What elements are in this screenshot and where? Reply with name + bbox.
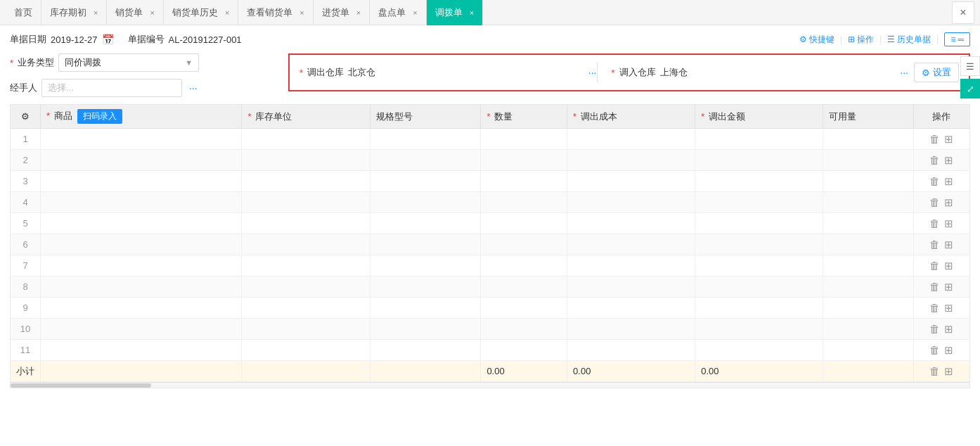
- copy-icon[interactable]: ⊞: [944, 323, 953, 336]
- cell-product[interactable]: [41, 129, 242, 150]
- cell-product[interactable]: [41, 171, 242, 192]
- cell-unit[interactable]: [242, 298, 370, 319]
- cell-product[interactable]: [41, 213, 242, 234]
- th-gear[interactable]: ⚙: [11, 105, 41, 129]
- cell-amount[interactable]: [695, 276, 823, 298]
- delete-icon[interactable]: 🗑: [929, 154, 940, 166]
- cell-spec[interactable]: [370, 192, 481, 213]
- cell-amount[interactable]: [695, 319, 823, 340]
- cell-spec[interactable]: [370, 213, 481, 234]
- delete-icon[interactable]: 🗑: [929, 196, 940, 208]
- cell-qty[interactable]: [481, 150, 567, 171]
- tab-stocktake-close[interactable]: ×: [413, 8, 417, 17]
- cell-cost[interactable]: [567, 340, 695, 361]
- cell-qty[interactable]: [481, 213, 567, 234]
- copy-icon[interactable]: ⊞: [944, 281, 953, 293]
- cell-amount[interactable]: [695, 340, 823, 361]
- cell-cost[interactable]: [567, 192, 695, 213]
- cell-unit[interactable]: [242, 276, 370, 298]
- cell-available[interactable]: [823, 255, 913, 276]
- copy-icon[interactable]: ⊞: [944, 260, 953, 272]
- copy-icon[interactable]: ⊞: [944, 238, 953, 251]
- cell-unit[interactable]: [242, 129, 370, 150]
- cell-unit[interactable]: [242, 171, 370, 192]
- cell-unit[interactable]: [242, 213, 370, 234]
- cell-product[interactable]: [41, 276, 242, 298]
- shortcut-button[interactable]: ⚙ 快捷键: [799, 34, 834, 46]
- cell-product[interactable]: [41, 192, 242, 213]
- tab-stocktake[interactable]: 盘点单 ×: [370, 0, 426, 25]
- cell-spec[interactable]: [370, 150, 481, 171]
- cell-cost[interactable]: [567, 150, 695, 171]
- copy-icon[interactable]: ⊞: [944, 175, 953, 188]
- warehouse-settings-button[interactable]: ⚙ 设置: [914, 63, 959, 82]
- cell-cost[interactable]: [567, 276, 695, 298]
- cell-qty[interactable]: [481, 276, 567, 298]
- cell-qty[interactable]: [481, 319, 567, 340]
- cell-available[interactable]: [823, 129, 913, 150]
- subtotal-delete-icon[interactable]: 🗑: [929, 365, 940, 377]
- cell-product[interactable]: [41, 340, 242, 361]
- business-type-select[interactable]: 同价调拨 ▼: [58, 53, 199, 72]
- handler-select[interactable]: 选择...: [41, 79, 182, 97]
- delete-icon[interactable]: 🗑: [929, 260, 940, 272]
- copy-icon[interactable]: ⊞: [944, 133, 953, 146]
- cell-amount[interactable]: [695, 129, 823, 150]
- subtotal-copy-icon[interactable]: ⊞: [944, 365, 953, 378]
- tab-purchase[interactable]: 进货单 ×: [314, 0, 370, 25]
- delete-icon[interactable]: 🗑: [929, 175, 940, 187]
- cell-unit[interactable]: [242, 150, 370, 171]
- cell-product[interactable]: [41, 234, 242, 255]
- cell-spec[interactable]: [370, 129, 481, 150]
- cell-unit[interactable]: [242, 340, 370, 361]
- delete-icon[interactable]: 🗑: [929, 344, 940, 356]
- cell-spec[interactable]: [370, 319, 481, 340]
- cell-qty[interactable]: [481, 340, 567, 361]
- operation-button[interactable]: ⊞ 操作: [848, 34, 874, 46]
- cell-available[interactable]: [823, 213, 913, 234]
- cell-spec[interactable]: [370, 255, 481, 276]
- tab-sales-order[interactable]: 销货单 ×: [107, 0, 163, 25]
- cell-spec[interactable]: [370, 298, 481, 319]
- cell-available[interactable]: [823, 340, 913, 361]
- cell-unit[interactable]: [242, 234, 370, 255]
- delete-icon[interactable]: 🗑: [929, 238, 940, 250]
- cell-available[interactable]: [823, 298, 913, 319]
- cell-qty[interactable]: [481, 234, 567, 255]
- tab-inventory-close[interactable]: ×: [94, 8, 98, 17]
- cell-available[interactable]: [823, 150, 913, 171]
- tab-sales-close[interactable]: ×: [150, 8, 154, 17]
- cell-cost[interactable]: [567, 129, 695, 150]
- tab-transfer[interactable]: 调拨单 ×: [427, 0, 483, 25]
- cell-spec[interactable]: [370, 340, 481, 361]
- delete-icon[interactable]: 🗑: [929, 281, 940, 293]
- copy-icon[interactable]: ⊞: [944, 196, 953, 209]
- cell-spec[interactable]: [370, 171, 481, 192]
- close-all-button[interactable]: ×: [952, 1, 974, 24]
- cell-available[interactable]: [823, 234, 913, 255]
- out-warehouse-more-icon[interactable]: ···: [588, 67, 597, 78]
- cell-cost[interactable]: [567, 255, 695, 276]
- tab-sales-history-close[interactable]: ×: [225, 8, 229, 17]
- cell-qty[interactable]: [481, 298, 567, 319]
- cell-amount[interactable]: [695, 150, 823, 171]
- settings-button[interactable]: ≡ ═: [944, 32, 970, 46]
- cell-qty[interactable]: [481, 171, 567, 192]
- cell-amount[interactable]: [695, 171, 823, 192]
- sidebar-list-button[interactable]: ☰: [960, 56, 980, 76]
- cell-unit[interactable]: [242, 319, 370, 340]
- cell-qty[interactable]: [481, 255, 567, 276]
- delete-icon[interactable]: 🗑: [929, 217, 940, 229]
- delete-icon[interactable]: 🗑: [929, 302, 940, 314]
- cell-product[interactable]: [41, 319, 242, 340]
- delete-icon[interactable]: 🗑: [929, 323, 940, 335]
- cell-available[interactable]: [823, 276, 913, 298]
- cell-unit[interactable]: [242, 255, 370, 276]
- cell-amount[interactable]: [695, 192, 823, 213]
- copy-icon[interactable]: ⊞: [944, 302, 953, 314]
- cell-spec[interactable]: [370, 276, 481, 298]
- cell-spec[interactable]: [370, 234, 481, 255]
- tab-inventory-init[interactable]: 库存期初 ×: [41, 0, 107, 25]
- cell-qty[interactable]: [481, 192, 567, 213]
- cell-product[interactable]: [41, 255, 242, 276]
